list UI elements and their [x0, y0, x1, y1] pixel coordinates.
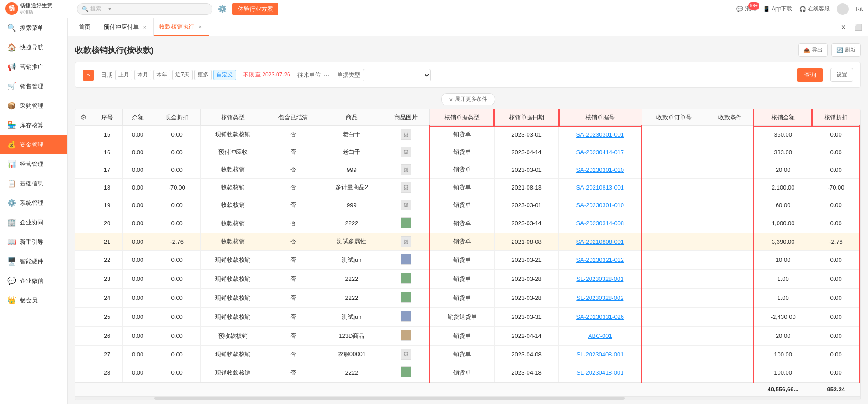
expand-more-conditions-btn[interactable]: ∨ 展开更多条件: [441, 93, 495, 105]
tab-receivable[interactable]: 收款核销执行 ×: [154, 18, 209, 36]
cell-writeoff-amount: 2,100.00: [754, 179, 812, 196]
cell-seq: 22: [92, 251, 123, 270]
writeoff-no-link[interactable]: SA-20210808-001: [576, 238, 624, 245]
query-button[interactable]: 查询: [797, 68, 823, 82]
sidebar-item-quick-nav[interactable]: 🏠 快捷导航: [0, 38, 67, 57]
cell-include-cleared: 否: [265, 161, 321, 179]
cell-include-cleared: 否: [265, 251, 321, 270]
cell-cash-discount: 0.00: [153, 196, 201, 214]
writeoff-no-link[interactable]: SA-20230331-026: [576, 314, 624, 320]
operations-icon: 📊: [7, 160, 16, 168]
last-7days-btn[interactable]: 近7天: [172, 70, 193, 80]
sidebar-item-marketing[interactable]: 📢 营销推广: [0, 57, 67, 76]
cell-writeoff-type: 收款核销: [201, 196, 265, 214]
settings-button[interactable]: 设置: [830, 68, 853, 82]
this-year-btn[interactable]: 本年: [153, 70, 170, 80]
main-layout: 🔍 搜索菜单 🏠 快捷导航 📢 营销推广 🛒 销售管理 📦 采购管理 🏪 库存核…: [0, 18, 868, 404]
sidebar-item-weixin[interactable]: 💬 企业微信: [0, 271, 67, 290]
this-month-btn[interactable]: 本月: [134, 70, 151, 80]
voucher-type-select[interactable]: [363, 69, 431, 81]
receivable-tab-close[interactable]: ×: [197, 24, 203, 30]
sidebar-item-guide[interactable]: 📖 新手引导: [0, 232, 67, 252]
sidebar-item-member[interactable]: 👑 畅会员: [0, 290, 67, 310]
sidebar-item-purchase[interactable]: 📦 采购管理: [0, 96, 67, 115]
app-download-button[interactable]: 📱 App下载: [763, 5, 792, 13]
message-button[interactable]: 💬 消息 99+: [736, 5, 756, 13]
more-dates-btn[interactable]: 更多: [194, 70, 212, 80]
sidebar-label: 库存核算: [20, 121, 43, 129]
cell-cash-discount: 0.00: [153, 363, 201, 383]
writeoff-no-link[interactable]: SA-20230414-017: [576, 149, 624, 156]
export-button[interactable]: 📤 导出: [798, 43, 828, 57]
maximize-window-btn[interactable]: ⬜: [852, 21, 864, 33]
sidebar-item-base-info[interactable]: 📋 基础信息: [0, 174, 67, 193]
product-image-thumb: 🖼: [401, 182, 411, 193]
writeoff-no-link[interactable]: SA-20230301-010: [576, 166, 624, 173]
search-box[interactable]: 🔍 搜索... ▼: [77, 3, 212, 15]
writeoff-no-link[interactable]: SA-20230314-008: [576, 220, 624, 227]
cell-balance: 0.00: [123, 126, 153, 143]
close-window-btn[interactable]: ✕: [837, 21, 850, 33]
custom-date-btn[interactable]: 自定义: [213, 70, 236, 80]
total-row: 40,556,66... 952.24: [75, 382, 860, 396]
cell-writeoff-discount: -2.76: [812, 233, 860, 251]
search-icon: 🔍: [82, 6, 89, 12]
writeoff-no-link[interactable]: SL-20230328-002: [576, 295, 623, 301]
cell-writeoff-type: 收款核销: [201, 214, 265, 233]
cell-product: 123D商品: [321, 327, 382, 346]
writeoff-no-link[interactable]: SL-20230408-001: [576, 351, 623, 358]
table-row: 22 0.00 0.00 现销收款核销 否 测试jun 销货单 2023-03-…: [75, 251, 860, 270]
horizontal-scrollbar[interactable]: [75, 396, 860, 400]
writeoff-no-link[interactable]: SA-20230321-012: [576, 257, 624, 263]
cell-receipt-terms: [706, 196, 754, 214]
expand-conditions-row: ∨ 展开更多条件: [75, 93, 861, 105]
cell-receipt-terms: [706, 270, 754, 289]
sidebar-item-enterprise[interactable]: 🏢 企业协同: [0, 213, 67, 232]
online-service-button[interactable]: 🎧 在线客服: [799, 5, 830, 13]
sidebar-item-search-menu[interactable]: 🔍 搜索菜单: [0, 18, 67, 38]
tab-home[interactable]: 首页: [71, 18, 98, 36]
cell-product-image: [382, 327, 429, 346]
writeoff-no-link[interactable]: SL-20230328-001: [576, 276, 623, 282]
cell-product: 测试jun: [321, 251, 382, 270]
sidebar-item-system[interactable]: ⚙️ 系统管理: [0, 193, 67, 213]
column-settings-icon[interactable]: ⚙: [80, 114, 87, 121]
writeoff-no-link[interactable]: SA-20230301-001: [576, 131, 624, 138]
sidebar-item-sales[interactable]: 🛒 销售管理: [0, 76, 67, 96]
sidebar-label: 资金管理: [20, 141, 43, 149]
cell-writeoff-type: 现销收款核销: [201, 270, 265, 289]
cell-writeoff-amount: 360.00: [754, 126, 812, 143]
writeoff-no-link[interactable]: SA-20230301-010: [576, 202, 624, 209]
th-include-cleared: 包含已结清: [265, 109, 321, 126]
writeoff-no-link[interactable]: SA-20210813-001: [576, 184, 624, 191]
cell-writeoff-type: 收款核销: [201, 233, 265, 251]
th-settings[interactable]: ⚙: [75, 109, 92, 126]
writeoff-no-link[interactable]: ABC-001: [588, 333, 612, 339]
cell-include-cleared: 否: [265, 327, 321, 346]
cell-settings: [75, 270, 92, 289]
sidebar-item-inventory[interactable]: 🏪 库存核算: [0, 115, 67, 135]
cell-writeoff-date: 2023-03-31: [494, 308, 559, 327]
table-row: 28 0.00 0.00 现销收款核销 否 2222 销货单 2023-04-1…: [75, 363, 860, 383]
cell-writeoff-amount: 3,390.00: [754, 233, 812, 251]
filter-expand-button[interactable]: »: [83, 70, 94, 81]
gear-button[interactable]: ⚙️: [216, 3, 229, 15]
cell-cash-discount: 0.00: [153, 346, 201, 363]
industry-btn[interactable]: 体验行业方案: [232, 3, 278, 15]
cell-cash-discount: 0.00: [153, 327, 201, 346]
sidebar-item-finance[interactable]: 💰 资金管理: [0, 135, 67, 154]
refresh-button[interactable]: 🔄 刷新: [831, 43, 861, 57]
cell-cash-discount: 0.00: [153, 251, 201, 270]
table-scroll[interactable]: ⚙ 序号 余额 现金折扣 核销类型 包含已结清 商品 商品图片 核销单据类型: [75, 109, 860, 396]
home-tab-label: 首页: [79, 23, 90, 31]
cell-writeoff-discount: 0.00: [812, 270, 860, 289]
prepay-tab-close[interactable]: ×: [142, 24, 148, 30]
tab-prepay[interactable]: 预付冲应付单 ×: [98, 18, 154, 36]
last-month-btn[interactable]: 上月: [115, 70, 132, 80]
logo-text: 畅捷通好生意: [20, 2, 52, 9]
writeoff-no-link[interactable]: SL-20230418-001: [576, 369, 623, 376]
sidebar-item-operations[interactable]: 📊 经营管理: [0, 154, 67, 174]
sidebar-item-hardware[interactable]: 🖥️ 智能硬件: [0, 252, 67, 271]
user-avatar[interactable]: [837, 3, 849, 15]
cell-writeoff-no: SA-20230331-026: [559, 308, 642, 327]
